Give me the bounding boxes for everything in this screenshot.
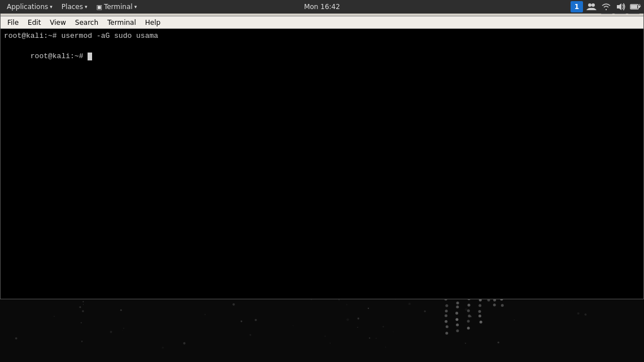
svg-marker-2: [617, 3, 621, 10]
clock: Mon 16:42: [304, 3, 340, 11]
applications-label: Applications: [7, 3, 48, 11]
menu-file[interactable]: File: [3, 18, 23, 28]
wifi-icon[interactable]: [600, 1, 612, 12]
terminal-menubar: File Edit View Search Terminal Help: [1, 16, 643, 29]
applications-menu[interactable]: Applications ▾: [2, 2, 57, 12]
volume-icon[interactable]: [615, 1, 627, 12]
svg-point-1: [591, 3, 595, 7]
svg-point-0: [588, 3, 591, 7]
terminal-line-2: root@kali:~#: [4, 41, 640, 72]
places-menu[interactable]: Places ▾: [57, 2, 92, 12]
terminal-line-1: root@kali:~# usermod -aG sudo usama: [4, 31, 640, 41]
users-icon[interactable]: [585, 1, 598, 12]
workspace-indicator[interactable]: 1: [571, 1, 583, 12]
apps-chevron-icon: ▾: [50, 4, 53, 10]
terminal-window: root@kali: ~ – □ ✕ File Edit View Search…: [0, 0, 644, 299]
system-bar-left: Applications ▾ Places ▾ ▣ Terminal ▾: [2, 2, 141, 12]
system-bar: Applications ▾ Places ▾ ▣ Terminal ▾ Mon…: [0, 0, 644, 14]
terminal-icon: ▣: [97, 3, 102, 11]
svg-rect-4: [631, 5, 637, 8]
system-tray: 1: [571, 1, 642, 12]
svg-rect-5: [638, 6, 640, 8]
menu-edit[interactable]: Edit: [23, 18, 45, 28]
menu-search[interactable]: Search: [71, 18, 103, 28]
terminal-label: Terminal: [104, 3, 133, 11]
places-chevron-icon: ▾: [85, 4, 88, 10]
workspace-number: 1: [575, 3, 579, 11]
terminal-menu[interactable]: ▣ Terminal ▾: [92, 2, 142, 12]
terminal-content[interactable]: root@kali:~# usermod -aG sudo usama root…: [1, 29, 643, 299]
menu-view[interactable]: View: [45, 18, 70, 28]
places-label: Places: [62, 3, 83, 11]
menu-terminal[interactable]: Terminal: [103, 18, 141, 28]
terminal-cursor: [88, 53, 92, 60]
menu-help[interactable]: Help: [141, 18, 165, 28]
battery-icon[interactable]: [629, 1, 642, 12]
terminal-chevron-icon: ▾: [134, 4, 137, 10]
